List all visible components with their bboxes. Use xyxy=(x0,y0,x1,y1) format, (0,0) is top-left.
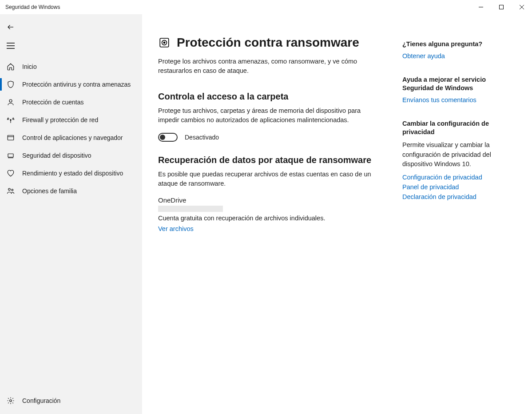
home-icon xyxy=(6,62,15,71)
toggle-state-label: Desactivado xyxy=(185,134,219,141)
svg-point-20 xyxy=(163,42,165,43)
svg-point-17 xyxy=(10,400,12,402)
nav-label: Control de aplicaciones y navegador xyxy=(22,134,123,141)
nav-app-browser[interactable]: Control de aplicaciones y navegador xyxy=(0,129,142,147)
maximize-button[interactable] xyxy=(491,0,512,14)
nav-label: Protección de cuentas xyxy=(22,99,84,106)
nav-device-security[interactable]: Seguridad del dispositivo xyxy=(0,147,142,164)
close-button[interactable] xyxy=(512,0,532,14)
privacy-dashboard-link[interactable]: Panel de privacidad xyxy=(402,183,518,191)
view-files-link[interactable]: Ver archivos xyxy=(158,225,385,232)
get-help-link[interactable]: Obtener ayuda xyxy=(402,52,518,60)
onedrive-desc: Cuenta gratuita con recuperación de arch… xyxy=(158,215,385,222)
nav-label: Protección antivirus y contra amenazas xyxy=(22,81,131,88)
family-icon xyxy=(6,187,15,195)
nav-label: Seguridad del dispositivo xyxy=(22,152,91,159)
nav-home[interactable]: Inicio xyxy=(0,58,142,76)
nav-label: Configuración xyxy=(22,397,60,404)
feedback-heading: Ayuda a mejorar el servicio Seguridad de… xyxy=(402,76,518,93)
onedrive-label: OneDrive xyxy=(158,196,385,204)
svg-point-16 xyxy=(12,189,13,191)
back-button[interactable] xyxy=(0,18,21,36)
gear-icon xyxy=(6,396,15,405)
svg-rect-11 xyxy=(8,135,14,140)
window-icon xyxy=(6,133,15,142)
sidebar: Inicio Protección antivirus y contra ame… xyxy=(0,14,142,414)
nav-label: Rendimiento y estado del dispositivo xyxy=(22,170,123,177)
nav-family[interactable]: Opciones de familia xyxy=(0,182,142,200)
svg-rect-1 xyxy=(500,5,504,9)
antenna-icon xyxy=(6,115,15,124)
nav-virus-threat[interactable]: Protección antivirus y contra amenazas xyxy=(0,76,142,93)
menu-button[interactable] xyxy=(0,36,21,55)
window-controls xyxy=(471,0,532,14)
svg-point-8 xyxy=(9,100,12,102)
minimize-button[interactable] xyxy=(471,0,491,14)
privacy-settings-link[interactable]: Configuración de privacidad xyxy=(402,174,518,181)
folder-access-heading: Controla el acceso a la carpeta xyxy=(158,92,385,102)
heart-icon xyxy=(6,169,15,178)
ransomware-icon xyxy=(158,36,171,49)
privacy-text: Permite visualizar y cambiar la configur… xyxy=(402,140,518,169)
send-feedback-link[interactable]: Envíanos tus comentarios xyxy=(402,96,518,104)
recovery-desc: Es posible que puedas recuperar archivos… xyxy=(158,170,371,188)
svg-point-15 xyxy=(8,188,11,191)
shield-icon xyxy=(6,80,15,89)
folder-access-toggle[interactable] xyxy=(158,133,178,142)
svg-rect-13 xyxy=(8,154,13,157)
privacy-statement-link[interactable]: Declaración de privacidad xyxy=(402,193,518,200)
titlebar: Seguridad de Windows xyxy=(0,0,532,14)
nav-label: Inicio xyxy=(22,63,37,70)
main-content: Protección contra ransomware Protege los… xyxy=(158,36,385,405)
nav-account-protection[interactable]: Protección de cuentas xyxy=(0,93,142,111)
nav-device-health[interactable]: Rendimiento y estado del dispositivo xyxy=(0,164,142,182)
recovery-heading: Recuperación de datos por ataque de rans… xyxy=(158,155,385,165)
nav-firewall[interactable]: Firewall y protección de red xyxy=(0,111,142,129)
folder-access-desc: Protege tus archivos, carpetas y áreas d… xyxy=(158,106,371,125)
onedrive-account-email xyxy=(158,206,223,212)
help-heading: ¿Tienes alguna pregunta? xyxy=(402,40,518,49)
page-title: Protección contra ransomware xyxy=(177,36,359,50)
chip-icon xyxy=(6,151,15,160)
nav-settings[interactable]: Configuración xyxy=(0,392,142,410)
privacy-heading: Cambiar la configuración de privacidad xyxy=(402,119,518,137)
nav-label: Firewall y protección de red xyxy=(22,116,98,123)
nav-label: Opciones de familia xyxy=(22,187,77,195)
window-title: Seguridad de Windows xyxy=(5,4,60,10)
page-lead: Protege los archivos contra amenazas, co… xyxy=(158,57,367,76)
side-panel: ¿Tienes alguna pregunta? Obtener ayuda A… xyxy=(402,36,518,405)
person-icon xyxy=(6,98,15,107)
